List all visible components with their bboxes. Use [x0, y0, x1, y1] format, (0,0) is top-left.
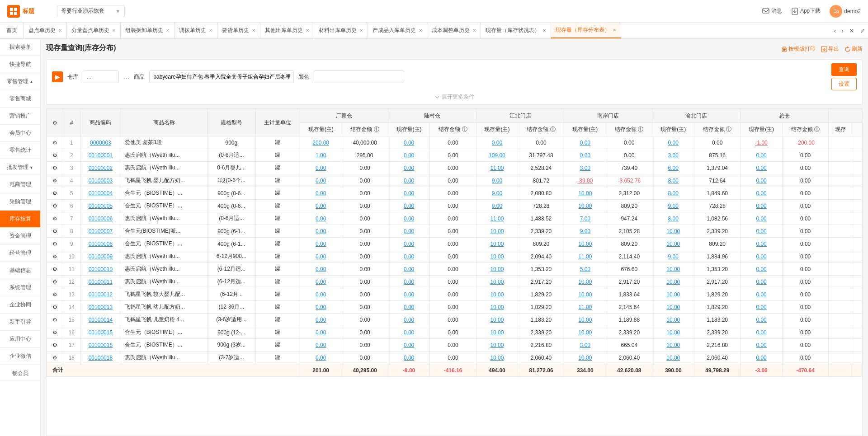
row-total-current[interactable]: 0.00: [741, 212, 783, 225]
tab-stock-list[interactable]: 盘点单历史✕: [24, 23, 67, 38]
sidebar-item-purchase[interactable]: 采购管理: [0, 193, 40, 211]
tab-expand-btn[interactable]: ⤢: [857, 27, 868, 34]
row-settings[interactable]: ⚙: [47, 162, 63, 174]
row-jb-current[interactable]: 10.00: [476, 339, 518, 352]
row-fc-current[interactable]: 0.00: [300, 225, 342, 238]
sidebar-item-retail[interactable]: 零售管理 ▲: [0, 73, 40, 90]
tab-order[interactable]: 要货单历史✕: [217, 23, 260, 38]
tab-home[interactable]: 首页: [0, 23, 24, 38]
row-jb-current[interactable]: 10.00: [476, 301, 518, 314]
row-settings[interactable]: ⚙: [47, 276, 63, 288]
sidebar-item-new-guide[interactable]: 新手引导: [0, 314, 40, 331]
sidebar-item-corp[interactable]: 企业协同: [0, 296, 40, 314]
export-button[interactable]: 导出: [821, 45, 839, 53]
row-na-current[interactable]: 7.00: [564, 212, 606, 225]
color-input[interactable]: [314, 70, 404, 83]
row-settings[interactable]: ⚙: [47, 212, 63, 225]
table-wrapper[interactable]: ⚙ # 商品编码 商品名称 规格型号 主计量单位 厂家仓 陆村仓 江北门店 南岸…: [46, 108, 863, 436]
print-button[interactable]: 按模版打印: [781, 45, 816, 53]
sidebar-item-shortcut[interactable]: 快捷导航: [0, 56, 40, 73]
user-profile[interactable]: Ea demo2: [830, 5, 861, 18]
row-na-current[interactable]: 10.00: [564, 276, 606, 288]
row-jb-current[interactable]: 10.00: [476, 314, 518, 326]
row-na-current[interactable]: 3.00: [564, 339, 606, 352]
row-code[interactable]: 00100016: [80, 339, 121, 352]
row-code[interactable]: 00100018: [80, 352, 121, 364]
row-na-current[interactable]: 10.00: [564, 288, 606, 301]
row-total-current[interactable]: 0.00: [741, 263, 783, 276]
tab-cost-adjust[interactable]: 成本调整单历史✕: [427, 23, 481, 38]
row-settings[interactable]: ⚙: [47, 263, 63, 276]
row-na-current[interactable]: 11.00: [564, 301, 606, 314]
row-yb-current[interactable]: 0.00: [652, 136, 694, 149]
row-yb-current[interactable]: 3.00: [652, 149, 694, 162]
sidebar-item-system[interactable]: 系统管理: [0, 279, 40, 296]
row-settings[interactable]: ⚙: [47, 200, 63, 212]
row-settings[interactable]: ⚙: [47, 250, 63, 263]
row-settings[interactable]: ⚙: [47, 136, 63, 149]
sidebar-item-finance[interactable]: 资金管理: [0, 228, 40, 245]
row-yb-current[interactable]: 8.00: [652, 174, 694, 187]
tab-adjust[interactable]: 调拨单历史✕: [175, 23, 217, 38]
row-settings[interactable]: ⚙: [47, 238, 63, 250]
row-fc-current[interactable]: 1.00: [300, 149, 342, 162]
row-lc-current[interactable]: 0.00: [388, 212, 430, 225]
row-fc-current[interactable]: 0.00: [300, 162, 342, 174]
row-lc-current[interactable]: 0.00: [388, 136, 430, 149]
row-jb-current[interactable]: 11.00: [476, 162, 518, 174]
tab-stock-dist[interactable]: 现存量（库存分布表）✕: [551, 23, 621, 38]
row-yb-current[interactable]: 10.00: [652, 276, 694, 288]
row-total-current[interactable]: 0.00: [741, 200, 783, 212]
row-na-current[interactable]: 5.00: [564, 263, 606, 276]
row-na-current[interactable]: 10.00: [564, 352, 606, 364]
row-jb-current[interactable]: 10.00: [476, 238, 518, 250]
row-yb-current[interactable]: 8.00: [652, 187, 694, 200]
row-code[interactable]: 00100007: [80, 225, 121, 238]
row-jb-current[interactable]: 10.00: [476, 263, 518, 276]
tab-product-in[interactable]: 产成品入库单历史✕: [368, 23, 427, 38]
tab-stock-status[interactable]: 现存量（库存状况表）✕: [481, 23, 551, 38]
row-yb-current[interactable]: 10.00: [652, 225, 694, 238]
row-code[interactable]: 00100009: [80, 250, 121, 263]
row-fc-current[interactable]: 0.00: [300, 263, 342, 276]
settings-button[interactable]: 设置: [831, 78, 857, 90]
sidebar-item-member[interactable]: 会员中心: [0, 125, 40, 142]
row-total-current[interactable]: 0.00: [741, 352, 783, 364]
row-yb-current[interactable]: 10.00: [652, 314, 694, 326]
sidebar-item-retail-stat[interactable]: 零售统计: [0, 142, 40, 159]
row-lc-current[interactable]: 0.00: [388, 288, 430, 301]
row-fc-current[interactable]: 0.00: [300, 187, 342, 200]
row-lc-current[interactable]: 0.00: [388, 250, 430, 263]
row-total-current[interactable]: 0.00: [741, 288, 783, 301]
row-lc-current[interactable]: 0.00: [388, 276, 430, 288]
row-fc-current[interactable]: 200.00: [300, 136, 342, 149]
row-fc-current[interactable]: 0.00: [300, 238, 342, 250]
sidebar-item-ecom[interactable]: 电商管理: [0, 176, 40, 193]
row-total-current[interactable]: 0.00: [741, 187, 783, 200]
row-settings[interactable]: ⚙: [47, 352, 63, 364]
tab-other-out[interactable]: 其他出库单历史✕: [260, 23, 314, 38]
row-settings[interactable]: ⚙: [47, 326, 63, 339]
row-jb-current[interactable]: 9.00: [476, 174, 518, 187]
row-fc-current[interactable]: 0.00: [300, 200, 342, 212]
row-na-current[interactable]: 0.00: [564, 136, 606, 149]
row-lc-current[interactable]: 0.00: [388, 225, 430, 238]
row-total-current[interactable]: 0.00: [741, 301, 783, 314]
row-fc-current[interactable]: 0.00: [300, 174, 342, 187]
row-lc-current[interactable]: 0.00: [388, 263, 430, 276]
sidebar-item-basic[interactable]: 基础信息: [0, 262, 40, 279]
row-total-current[interactable]: 0.00: [741, 250, 783, 263]
th-settings[interactable]: ⚙: [47, 109, 63, 136]
row-code[interactable]: 00100014: [80, 314, 121, 326]
row-total-current[interactable]: 0.00: [741, 276, 783, 288]
row-jb-current[interactable]: 10.00: [476, 276, 518, 288]
tab-split-stock[interactable]: 分量盘点单历史✕: [67, 23, 121, 38]
row-code[interactable]: 00100008: [80, 238, 121, 250]
row-total-current[interactable]: 0.00: [741, 162, 783, 174]
warehouse-input[interactable]: [83, 70, 119, 83]
row-na-current[interactable]: 11.00: [564, 250, 606, 263]
row-settings[interactable]: ⚙: [47, 149, 63, 162]
row-fc-current[interactable]: 0.00: [300, 301, 342, 314]
row-code[interactable]: 00100012: [80, 288, 121, 301]
row-yb-current[interactable]: 9.00: [652, 250, 694, 263]
